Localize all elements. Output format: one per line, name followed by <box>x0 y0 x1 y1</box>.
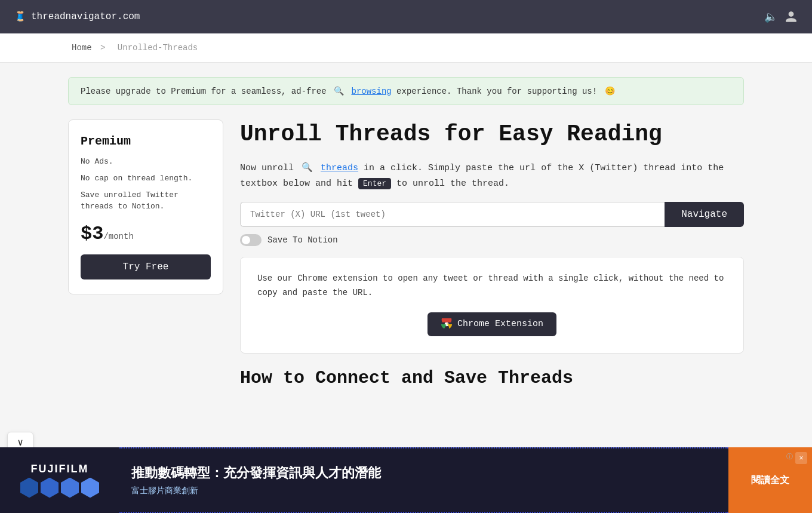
hero-description: Now unroll 🔍 threads in a click. Simply … <box>240 161 744 191</box>
ad-sub-text: 富士膠片商業創新 <box>131 486 716 496</box>
ad-banner: FUJIFILM 推動數碼轉型：充分發揮資訊與人才的潛能 富士膠片商業創新 閱讀… <box>0 447 812 513</box>
ad-inner: FUJIFILM 推動數碼轉型：充分發揮資訊與人才的潛能 富士膠片商業創新 閱讀… <box>0 447 812 513</box>
desc-end: to unroll the thread. <box>396 179 509 189</box>
page-title: Unroll Threads for Easy Reading <box>240 119 744 149</box>
site-logo[interactable]: 🧵 threadnavigator.com <box>14 11 140 23</box>
desc-before-link: Now unroll <box>240 163 294 173</box>
ad-close-button[interactable]: × <box>795 452 807 464</box>
ad-cta-text: 閱讀全文 <box>751 474 789 487</box>
premium-banner: Please upgrade to Premium for a seamless… <box>68 77 744 105</box>
breadcrumb-current: Unrolled-Threads <box>118 43 198 53</box>
ad-info-icon[interactable]: ⓘ <box>786 452 793 461</box>
premium-feature-1: No Ads. <box>81 156 211 167</box>
save-notion-label: Save To Notion <box>267 235 338 245</box>
banner-link[interactable]: browsing <box>351 87 391 96</box>
navigate-button[interactable]: Navigate <box>665 202 744 227</box>
chrome-ext-description: Use our Chrome extension to open any twe… <box>257 272 727 300</box>
breadcrumb-home[interactable]: Home <box>72 43 92 53</box>
url-input[interactable] <box>240 202 665 227</box>
chrome-icon <box>441 318 453 330</box>
premium-card: Premium No Ads. No cap on thread length.… <box>68 119 223 294</box>
search-icon-inline: 🔍 <box>302 163 313 173</box>
save-notion-row: Save To Notion <box>240 234 744 246</box>
site-name: threadnavigator.com <box>31 11 140 22</box>
user-icon[interactable] <box>785 10 798 23</box>
banner-text-after: experience. Thank you for supporting us! <box>396 87 597 96</box>
banner-emoji: 😊 <box>605 87 615 96</box>
ad-hex-icons <box>20 478 99 498</box>
chrome-extension-button[interactable]: Chrome Extension <box>427 312 556 336</box>
chrome-extension-box: Use our Chrome extension to open any twe… <box>240 257 744 354</box>
premium-feature-2: No cap on thread length. <box>81 173 211 184</box>
save-notion-toggle[interactable] <box>240 234 262 246</box>
chrome-ext-btn-label: Chrome Extension <box>457 319 543 329</box>
hex-3 <box>61 478 79 498</box>
breadcrumb-separator: > <box>100 43 110 53</box>
ad-logo-section: FUJIFILM <box>0 447 119 513</box>
ad-content-section: 推動數碼轉型：充分發揮資訊與人才的潛能 富士膠片商業創新 <box>119 447 728 513</box>
ad-main-text: 推動數碼轉型：充分發揮資訊與人才的潛能 <box>131 464 716 482</box>
main-content: Unroll Threads for Easy Reading Now unro… <box>240 119 744 388</box>
banner-text-before: Please upgrade to Premium for a seamless… <box>81 87 327 96</box>
hex-1 <box>20 478 38 498</box>
hex-2 <box>41 478 59 498</box>
try-free-button[interactable]: Try Free <box>81 254 211 279</box>
price-symbol: $ <box>81 223 92 245</box>
url-input-row: Navigate <box>240 202 744 227</box>
how-to-title: How to Connect and Save Threads <box>240 368 744 388</box>
banner-search-icon: 🔍 <box>334 87 344 96</box>
content-row: Premium No Ads. No cap on thread length.… <box>68 119 744 388</box>
chevron-down-icon: ∨ <box>17 437 23 449</box>
premium-title: Premium <box>81 134 211 148</box>
header-right: 🔈 <box>764 10 798 23</box>
volume-icon[interactable]: 🔈 <box>764 10 777 23</box>
enter-key-badge: Enter <box>358 178 391 189</box>
premium-price: $3/month <box>81 223 211 245</box>
price-period: /month <box>103 232 133 241</box>
logo-emoji: 🧵 <box>14 11 26 23</box>
ad-brand-name: FUJIFILM <box>31 463 89 475</box>
premium-feature-3: Save unrolled Twitter threads to Notion. <box>81 190 211 211</box>
main-container: Please upgrade to Premium for a seamless… <box>54 63 758 388</box>
hex-4 <box>81 478 99 498</box>
site-header: 🧵 threadnavigator.com 🔈 <box>0 0 812 33</box>
price-value: 3 <box>92 223 103 245</box>
breadcrumb: Home > Unrolled-Threads <box>0 33 812 63</box>
threads-link[interactable]: threads <box>321 163 358 173</box>
